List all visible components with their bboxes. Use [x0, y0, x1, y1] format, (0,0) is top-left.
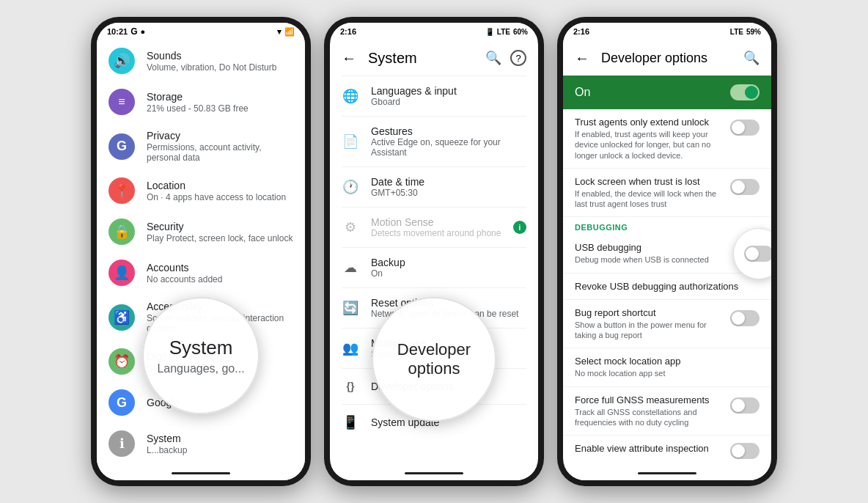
languages-icon: 🌐 [342, 87, 359, 105]
list-item[interactable]: ☁ Backup On [330, 248, 538, 287]
datetime-icon: 🕐 [342, 178, 359, 196]
view-attribute-toggle[interactable] [730, 443, 760, 459]
list-item[interactable]: 🔒 Security Play Protect, screen lock, fa… [97, 211, 305, 252]
bug-report-subtitle: Show a button in the power menu for taki… [575, 320, 724, 341]
motion-sense-subtitle: Detects movement around phone [371, 228, 501, 238]
usb-toggle-circle[interactable] [733, 228, 771, 279]
digital-wellbeing-icon: ⏰ [108, 348, 135, 375]
motion-sense-title: Motion Sense [371, 216, 501, 228]
storage-subtitle: 21% used - 50.83 GB free [147, 103, 293, 114]
motion-sense-badge: i [513, 221, 526, 234]
help-button-2[interactable]: ? [510, 50, 526, 66]
list-item[interactable]: 🔊 Sounds Volume, vibration, Do Not Distu… [97, 40, 305, 81]
list-item[interactable]: Bug report shortcut Show a button in the… [563, 300, 771, 349]
battery-icon-2: 60% [513, 28, 528, 36]
toggle-thumb [732, 444, 745, 458]
datetime-subtitle: GMT+05:30 [371, 188, 526, 198]
usb-debugging-title: USB debugging [575, 242, 713, 253]
zoom-main-2: Developer options [379, 340, 489, 378]
list-item[interactable]: Trust agents only extend unlock If enabl… [563, 109, 771, 169]
privacy-subtitle: Permissions, account activity, personal … [147, 142, 293, 163]
location-title: Location [147, 180, 293, 191]
list-item[interactable]: Revoke USB debugging authorizations [563, 273, 771, 300]
privacy-text: Privacy Permissions, account activity, p… [147, 130, 293, 163]
revoke-usb-text: Revoke USB debugging authorizations [575, 281, 760, 292]
security-title: Security [147, 221, 293, 232]
gestures-icon: 📄 [342, 133, 359, 150]
usb-debugging-item[interactable]: USB debugging Debug mode when USB is con… [563, 235, 771, 273]
accounts-text: Accounts No accounts added [147, 262, 293, 284]
time-display-1: 10:21 [107, 27, 128, 36]
gnss-subtitle: Track all GNSS constellations and freque… [575, 407, 724, 428]
bug-report-title: Bug report shortcut [575, 307, 724, 318]
datetime-title: Date & time [371, 176, 526, 188]
accounts-title: Accounts [147, 262, 293, 273]
list-item[interactable]: ≡ Storage 21% used - 50.83 GB free [97, 81, 305, 122]
datetime-text: Date & time GMT+05:30 [371, 176, 526, 198]
revoke-usb-title: Revoke USB debugging authorizations [575, 281, 760, 292]
toggle-thumb [732, 180, 745, 194]
phone-3-screen: 2:16 LTE 59% ← Developer options 🔍 On Tr [563, 23, 771, 480]
storage-title: Storage [147, 91, 293, 103]
list-item[interactable]: 🕐 Date & time GMT+05:30 [330, 167, 538, 207]
system-info-subtitle: L...backup [147, 445, 293, 455]
back-button-3[interactable]: ← [575, 50, 589, 67]
nav-bar-3 [563, 466, 771, 480]
list-item[interactable]: 📍 Location On · 4 apps have access to lo… [97, 170, 305, 211]
zoom-text-2: Developer options [373, 334, 495, 384]
list-item[interactable]: ⚙ Motion Sense Detects movement around p… [330, 208, 538, 247]
backup-subtitle: On [371, 268, 526, 279]
list-item[interactable]: 📄 Gestures Active Edge on, squeeze for y… [330, 117, 538, 166]
list-item[interactable]: Force full GNSS measurements Track all G… [563, 387, 771, 436]
backup-title: Backup [371, 257, 526, 268]
list-item[interactable]: Lock screen when trust is lost If enable… [563, 169, 771, 218]
list-item[interactable]: Select mock location app No mock locatio… [563, 348, 771, 386]
phone-3: 2:16 LTE 59% ← Developer options 🔍 On Tr [557, 17, 777, 486]
usb-debugging-toggle[interactable] [744, 246, 771, 262]
gnss-text: Force full GNSS measurements Track all G… [575, 394, 724, 428]
languages-title: Languages & input [371, 85, 526, 97]
on-label: On [575, 86, 590, 99]
bug-report-toggle[interactable] [730, 310, 760, 326]
lock-screen-subtitle: If enabled, the device will lock when th… [575, 188, 724, 210]
zoom-text-1: System Languages, go... [151, 331, 250, 381]
lock-screen-toggle[interactable] [730, 179, 760, 195]
signal-icon-1: ● [140, 27, 145, 36]
list-item[interactable]: 🌐 Languages & input Gboard [330, 76, 538, 116]
security-text: Security Play Protect, screen lock, face… [147, 221, 293, 243]
on-toggle[interactable] [730, 84, 760, 100]
backup-text: Backup On [371, 257, 526, 279]
list-item[interactable]: 👤 Accounts No accounts added [97, 252, 305, 293]
search-button-3[interactable]: 🔍 [743, 50, 760, 66]
gnss-toggle[interactable] [730, 397, 760, 414]
nav-bar-1 [97, 466, 305, 480]
list-item[interactable]: ℹ System L...backup [97, 423, 305, 464]
status-icons-2: 📱 LTE 60% [485, 28, 528, 36]
zoom-circle-2: Developer options [372, 297, 496, 422]
back-button-2[interactable]: ← [342, 50, 356, 67]
lock-screen-text: Lock screen when trust is lost If enable… [575, 176, 724, 210]
mock-location-title: Select mock location app [575, 356, 760, 367]
privacy-icon: G [108, 133, 135, 160]
status-bar-3: 2:16 LTE 59% [563, 23, 771, 40]
gestures-subtitle: Active Edge on, squeeze for your Assista… [371, 137, 526, 158]
list-item[interactable]: G Privacy Permissions, account activity,… [97, 122, 305, 170]
storage-icon: ≡ [108, 89, 135, 115]
sounds-title: Sounds [147, 50, 293, 62]
search-button-2[interactable]: 🔍 [485, 50, 501, 66]
zoom-main-1: System [157, 337, 244, 359]
home-indicator-1 [172, 472, 230, 474]
list-item[interactable]: Enable view attribute inspection [563, 436, 771, 466]
developer-icon: {} [342, 378, 359, 395]
toggle-thumb [745, 86, 758, 99]
status-icons-3: LTE 59% [730, 28, 761, 36]
toggle-thumb [732, 121, 745, 134]
google-icon-1: G [130, 26, 137, 37]
security-icon: 🔒 [108, 219, 135, 245]
on-toggle-bar[interactable]: On [563, 76, 771, 109]
trust-agents-toggle[interactable] [730, 120, 760, 136]
system-header: ← System 🔍 ? [330, 40, 538, 76]
security-subtitle: Play Protect, screen lock, face unlock [147, 233, 293, 243]
multiple-users-icon: 👥 [342, 339, 359, 357]
status-icons-1: ▾ 📶 [277, 27, 295, 37]
